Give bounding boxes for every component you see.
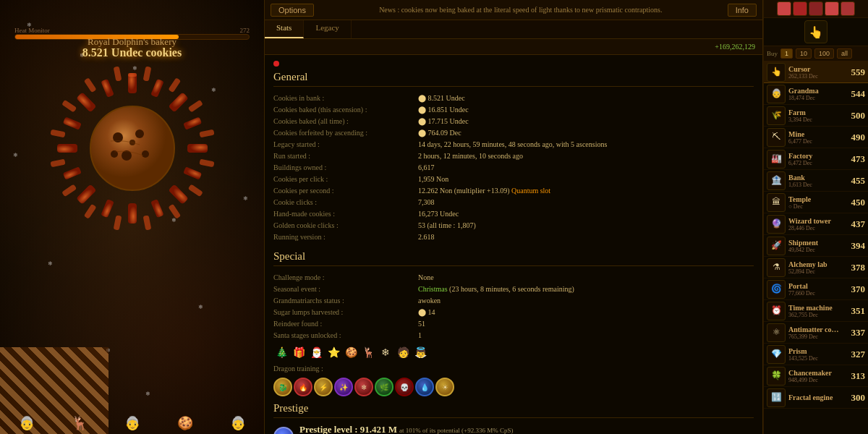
top-bar: Options News : cookies now being baked a… [265,0,762,20]
building-grandma-info: Grandma 18,474 Dec [788,87,842,101]
svg-rect-16 [101,79,114,98]
seasonal-icon-2: 🎁 [291,344,307,360]
svg-rect-10 [101,199,114,218]
building-fractal-engine-info: Fractal engine [788,393,842,401]
seasonal-icon-3: 🎅 [308,344,324,360]
rt-icon-2[interactable] [793,1,807,16]
progress-left-label: Heat Monitor [14,27,50,34]
news-ticker: News : cookies now being baked at the li… [314,6,728,14]
svg-rect-6 [183,166,202,179]
middle-panel: Options News : cookies now being baked a… [264,0,763,434]
stat-grandma: Grandmatriarchs status : awoken [273,295,754,307]
svg-rect-1 [128,73,137,77]
dragon-icon-8[interactable]: 💧 [415,378,434,396]
rt-icon-5[interactable] [841,1,855,16]
cookie-income-value: +169,262,129 [715,43,755,51]
stat-row-golden: Golden cookie clicks : 53 (all time : 1,… [273,220,754,231]
dragon-icon-7[interactable]: 💀 [395,378,414,396]
building-farm-icon: 🌾 [767,106,786,125]
building-grandma[interactable]: 👵 Grandma 18,474 Dec 544 [764,83,868,105]
buy-1-button[interactable]: 1 [780,48,793,59]
section-prestige: Prestige [273,402,754,418]
building-chancemaker-icon: 🍀 [767,367,786,386]
building-time-machine-info: Time machine 362,755 Dec [788,304,842,318]
seasonal-icon-9: 👼 [412,344,428,360]
svg-rect-11 [76,184,96,204]
building-bank-info: Bank 1,613 Dec [788,174,842,188]
right-panel: 👆 Buy 1 10 100 all 👆 Cursor 262,133 Dec … [763,0,868,434]
seasonal-icon-6: 🦌 [360,344,376,360]
building-portal[interactable]: 🌀 Portal 77,660 Dec 370 [764,278,868,300]
rt-icon-3[interactable] [809,1,823,16]
svg-rect-21 [199,159,214,168]
building-alchemy-lab[interactable]: ⚗ Alchemy lab 52,894 Dec 378 [764,257,868,278]
building-farm[interactable]: 🌾 Farm 3,394 Dec 500 [764,105,868,127]
cookie-visual[interactable] [46,61,219,235]
tab-legacy[interactable]: Legacy [304,20,351,38]
cookie-ring-svg [46,61,219,235]
cookie-income: +169,262,129 [265,39,762,55]
main-content[interactable]: General Cookies in bank : ⬤ 8.521 Undec … [265,55,762,434]
dragon-icon-9[interactable]: ☀ [435,378,454,396]
dragon-icon-6[interactable]: 🌿 [375,378,393,396]
svg-rect-17 [142,66,151,81]
building-cursor[interactable]: 👆 Cursor 262,133 Dec 559 [764,61,868,83]
building-grandma-icon: 👵 [767,85,786,103]
info-button[interactable]: Info [728,4,757,17]
general-stats: Cookies in bank : ⬤ 8.521 Undec Cookies … [273,93,754,243]
deco-char-3: 👵 [124,415,140,431]
options-button[interactable]: Options [271,4,314,17]
svg-rect-30 [61,100,77,113]
building-bank[interactable]: 🏦 Bank 1,613 Dec 455 [764,170,868,192]
svg-rect-5 [187,144,208,153]
dragon-icons[interactable]: 🐉 🔥 ⚡ ✨ ❄ 🌿 💀 💧 ☀ [273,378,754,396]
building-factory[interactable]: 🏭 Factory 6,472 Dec 473 [764,148,868,170]
svg-rect-15 [76,92,96,112]
building-wizard-tower[interactable]: 🔮 Wizard tower 28,446 Dec 437 [764,213,868,235]
stat-challenge: Challenge mode : None [273,272,754,284]
rt-icon-1[interactable] [777,1,791,16]
svg-rect-23 [168,204,181,219]
building-fractal-engine-icon: 🔢 [767,388,786,407]
general-header [273,61,754,67]
dragon-icon-1[interactable]: 🐉 [273,378,292,396]
cursor-image[interactable]: 👆 [804,20,827,43]
svg-rect-27 [61,184,77,197]
building-shipment[interactable]: 🚀 Shipment 49,842 Dec 394 [764,235,868,257]
seasonal-icon-7: ❄ [378,344,393,360]
left-panel: ❄ ❄ ❄ ❄ ❄ ❄ ❄ ❄ ❄ ❄ ❄ ❄ Heat Monitor 272… [0,0,264,434]
building-chancemaker[interactable]: 🍀 Chancemaker 948,499 Dec 313 [764,365,868,387]
building-time-machine[interactable]: ⏰ Time machine 362,755 Dec 351 [764,300,868,322]
stat-row-cpc: Cookies per click : 1,959 Non [273,174,754,185]
dragon-icon-3[interactable]: ⚡ [314,378,333,396]
svg-rect-14 [62,116,81,129]
svg-point-33 [90,106,174,190]
building-cursor-icon: 👆 [767,63,786,82]
svg-rect-19 [187,100,203,113]
buy-row: Buy 1 10 100 all [764,46,868,61]
dragon-icon-2[interactable]: 🔥 [294,378,312,396]
buy-10-button[interactable]: 10 [796,48,812,59]
building-prism[interactable]: 💎 Prism 143,525 Dec 327 [764,344,868,365]
prestige-level-text: Prestige level : 91.421 M at 101% of its… [299,424,513,434]
cookie-bg [46,61,219,235]
dragon-icon-5[interactable]: ❄ [354,378,373,396]
building-mine[interactable]: ⛏ Mine 6,477 Dec 490 [764,127,868,148]
tab-stats[interactable]: Stats [265,20,304,38]
svg-rect-13 [57,144,77,153]
svg-rect-20 [199,129,214,138]
building-fractal-engine[interactable]: 🔢 Fractal engine 300 [764,387,868,409]
rt-icon-4[interactable] [825,1,839,16]
svg-rect-12 [62,166,81,179]
bottom-decorations: 👵 🦌 👵 🍪 👵 [0,304,264,434]
building-temple-info: Temple ○ Dec [788,195,842,210]
cursor-icon-area: 👆 [764,18,868,46]
building-temple[interactable]: 🏛 Temple ○ Dec 450 [764,192,868,213]
cookie-count: 8.521 Undec cookies [0,46,264,59]
dragon-icon-4[interactable]: ✨ [334,378,353,396]
buy-all-button[interactable]: all [837,48,852,59]
building-antimatter-condenser[interactable]: ⚛ Antimatter condenser 765,399 Dec 337 [764,322,868,344]
building-cursor-info: Cursor 262,133 Dec [788,65,842,80]
buy-100-button[interactable]: 100 [814,48,834,59]
building-wizard-tower-icon: 🔮 [767,215,786,234]
